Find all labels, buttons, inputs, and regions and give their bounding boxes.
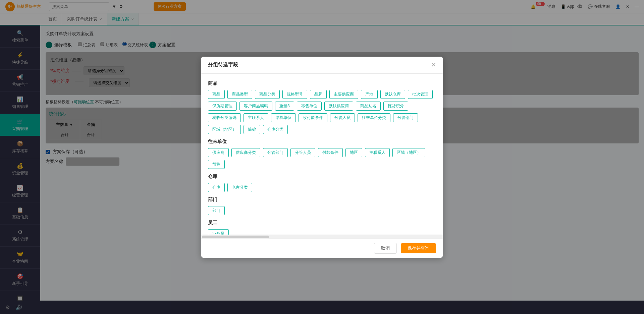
field-payment-term[interactable]: 收付款条件 — [299, 113, 327, 122]
field-region[interactable]: 区域（地区） — [208, 125, 241, 134]
field-goods-cat[interactable]: 商品分类 — [255, 90, 280, 99]
field-manager[interactable]: 分管人员 — [330, 113, 355, 122]
field-goods-alias[interactable]: 商品别名 — [356, 102, 381, 111]
section-title-warehouse: 仓库 — [208, 174, 436, 180]
field-dept2[interactable]: 分管部门 — [263, 148, 288, 157]
field-department[interactable]: 部门 — [208, 206, 225, 215]
field-batch[interactable]: 批次管理 — [408, 90, 433, 99]
modal-hscroll-thumb — [202, 236, 269, 238]
field-retail-unit[interactable]: 零售单位 — [297, 102, 322, 111]
cancel-button[interactable]: 取消 — [374, 243, 397, 254]
field-salesperson[interactable]: 业务员 — [208, 229, 229, 235]
modal-footer: 取消 保存并查询 — [201, 239, 443, 258]
modal-body: 商品 商品 商品类型 商品分类 规格型号 品牌 主要供应商 产地 默认仓库 批次… — [201, 74, 443, 235]
field-settle-unit[interactable]: 结算单位 — [271, 113, 296, 122]
field-abbr[interactable]: 简称 — [244, 125, 260, 134]
field-contact2[interactable]: 主联系人 — [365, 148, 390, 157]
field-main-supplier[interactable]: 主要供应商 — [329, 90, 358, 99]
field-payment[interactable]: 付款条件 — [318, 148, 343, 157]
field-tax-code[interactable]: 税收分类编码 — [208, 113, 241, 122]
field-region2[interactable]: 区域（地区） — [392, 148, 425, 157]
field-dept[interactable]: 分管部门 — [393, 113, 418, 122]
field-origin[interactable]: 产地 — [361, 90, 378, 99]
field-default-wh[interactable]: 默认仓库 — [380, 90, 405, 99]
field-goods-type[interactable]: 商品类型 — [227, 90, 252, 99]
field-group-goods: 商品 商品类型 商品分类 规格型号 品牌 主要供应商 产地 默认仓库 批次管理 … — [208, 90, 436, 134]
modal-hscroll[interactable] — [201, 235, 443, 239]
field-group-staff: 业务员 — [208, 229, 436, 235]
field-partner-cat[interactable]: 往来单位分类 — [358, 113, 390, 122]
section-title-goods: 商品 — [208, 80, 436, 86]
save-button[interactable]: 保存并查询 — [401, 243, 436, 253]
field-weight[interactable]: 重量3 — [275, 102, 294, 111]
field-select-modal: 分组待选字段 ✕ 商品 商品 商品类型 商品分类 规格型号 品牌 主要供应商 产… — [201, 57, 443, 258]
field-group-dept: 部门 — [208, 206, 436, 215]
field-wh-cat2[interactable]: 仓库分类 — [227, 183, 252, 192]
field-goods[interactable]: 商品 — [208, 90, 225, 99]
section-title-partner: 往来单位 — [208, 139, 436, 145]
section-title-staff: 员工 — [208, 220, 436, 226]
field-group-partner: 供应商 供应商分类 分管部门 分管人员 付款条件 地区 主联系人 区域（地区） … — [208, 148, 436, 169]
field-supplier-cat[interactable]: 供应商分类 — [231, 148, 260, 157]
field-area[interactable]: 地区 — [345, 148, 362, 157]
field-supplier[interactable]: 供应商 — [208, 148, 229, 157]
field-manager2[interactable]: 分管人员 — [290, 148, 315, 157]
field-wh-cat[interactable]: 仓库分类 — [263, 125, 288, 134]
modal-close-btn[interactable]: ✕ — [431, 61, 436, 69]
field-warehouse[interactable]: 仓库 — [208, 183, 225, 192]
modal-header: 分组待选字段 ✕ — [201, 57, 443, 74]
field-default-supplier[interactable]: 默认供应商 — [324, 102, 353, 111]
field-group-warehouse: 仓库 仓库分类 — [208, 183, 436, 192]
field-abbr2[interactable]: 简称 — [208, 160, 225, 169]
field-spec[interactable]: 规格型号 — [282, 90, 307, 99]
field-cust-code[interactable]: 客户商品编码 — [239, 102, 272, 111]
field-main-contact[interactable]: 主联系人 — [244, 113, 268, 122]
field-brand[interactable]: 品牌 — [310, 90, 327, 99]
field-pick-points[interactable]: 拣货积分 — [383, 102, 408, 111]
section-title-dept: 部门 — [208, 197, 436, 203]
field-shelf-life[interactable]: 保质期管理 — [208, 102, 237, 111]
modal-title: 分组待选字段 — [208, 62, 238, 68]
